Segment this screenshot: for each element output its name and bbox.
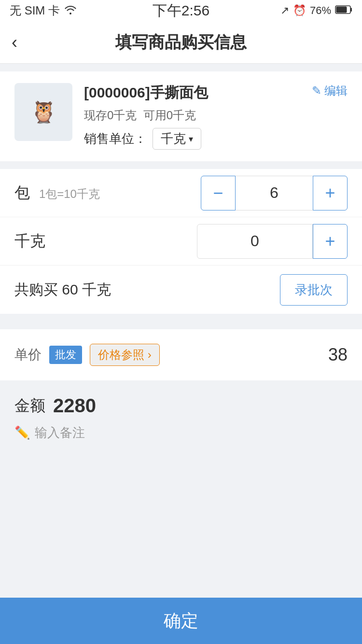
wifi-icon (64, 4, 77, 17)
dropdown-icon: ▾ (189, 134, 193, 144)
summary-text: 共购买 60 千克 (14, 280, 111, 300)
divider-1 (0, 161, 362, 169)
unit-selector[interactable]: 千克 ▾ (153, 128, 201, 150)
price-ref-button[interactable]: 价格参照 › (90, 344, 160, 366)
summary-value: 60 (62, 281, 78, 297)
amount-section: 金额 2280 ✏️ 输入备注 (0, 380, 362, 451)
location-icon: ↗ (280, 4, 289, 17)
back-button[interactable]: ‹ (12, 32, 17, 53)
unit-label: 销售单位： (84, 130, 147, 147)
nav-bar: ‹ 填写商品购买信息 (0, 21, 362, 64)
status-left: 无 SIM 卡 (10, 3, 77, 18)
unit-value: 千克 (161, 130, 186, 147)
kg-label: 千克 (14, 231, 197, 252)
price-badge: 批发 (49, 346, 82, 364)
amount-label: 金额 (14, 395, 45, 417)
product-logo: 🦉 (30, 99, 57, 125)
product-info: [0000006]手撕面包 现存0千克 可用0千克 销售单位： 千克 ▾ (84, 83, 348, 150)
bao-input-row: 包 1包=10千克 − + (0, 169, 362, 217)
confirm-label: 确定 (164, 609, 198, 633)
status-bar: 无 SIM 卡 下午2:56 ↗ ⏰ 76% (0, 0, 362, 21)
price-label: 单价 (14, 346, 42, 364)
amount-row: 金额 2280 (14, 395, 348, 417)
price-value: 38 (328, 345, 348, 365)
alarm-icon: ⏰ (293, 4, 306, 17)
bao-minus-button[interactable]: − (201, 176, 236, 210)
note-placeholder: 输入备注 (35, 424, 85, 441)
bao-qty-control: − + (201, 176, 348, 210)
edit-icon: ✎ (312, 84, 321, 98)
bao-label: 包 1包=10千克 (14, 182, 201, 204)
svg-rect-2 (336, 7, 347, 13)
product-name: [0000006]手撕面包 (84, 83, 348, 103)
edit-label: 编辑 (324, 83, 348, 98)
bao-sublabel: 1包=10千克 (39, 187, 100, 200)
product-unit-row: 销售单位： 千克 ▾ (84, 128, 348, 150)
product-image: 🦉 (14, 83, 72, 141)
kg-qty-control: + (197, 224, 348, 259)
bao-quantity-input[interactable] (236, 176, 313, 210)
pencil-icon: ✏️ (14, 425, 30, 440)
kg-plus-button[interactable]: + (313, 224, 348, 259)
divider-2 (0, 314, 362, 322)
kg-quantity-input[interactable] (197, 224, 313, 259)
confirm-button[interactable]: 确定 (0, 598, 362, 644)
battery-icon (335, 4, 352, 17)
page-title: 填写商品购买信息 (115, 31, 247, 54)
note-row[interactable]: ✏️ 输入备注 (14, 424, 348, 441)
bao-plus-button[interactable]: + (313, 176, 348, 210)
battery-label: 76% (310, 4, 331, 17)
status-right: ↗ ⏰ 76% (280, 4, 352, 17)
summary-row: 共购买 60 千克 录批次 (0, 266, 362, 314)
product-stock: 现存0千克 可用0千克 (84, 108, 348, 123)
carrier-label: 无 SIM 卡 (10, 3, 60, 18)
amount-value: 2280 (53, 395, 96, 417)
input-section: 包 1包=10千克 − + 千克 + (0, 169, 362, 266)
record-batch-button[interactable]: 录批次 (280, 274, 348, 306)
edit-button[interactable]: ✎ 编辑 (312, 83, 348, 98)
time-label: 下午2:56 (153, 1, 209, 21)
price-row: 单价 批发 价格参照 › 38 (14, 344, 348, 366)
product-card: 🦉 [0000006]手撕面包 现存0千克 可用0千克 销售单位： 千克 ▾ ✎… (0, 71, 362, 161)
price-section: 单价 批发 价格参照 › 38 (0, 329, 362, 380)
svg-rect-1 (350, 8, 352, 12)
kg-input-row: 千克 + (0, 217, 362, 266)
